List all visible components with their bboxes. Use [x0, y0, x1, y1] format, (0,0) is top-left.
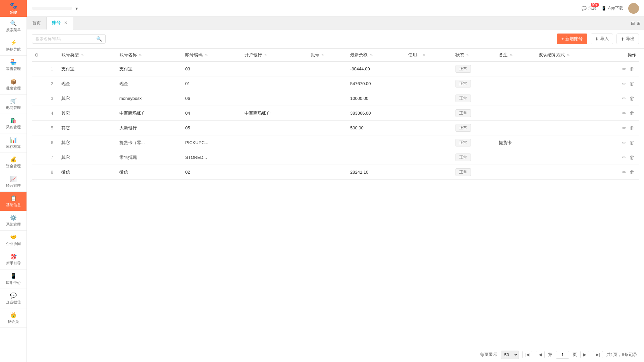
sidebar-item-quick-nav[interactable]: ⚡快捷导航 [0, 36, 26, 56]
add-account-button[interactable]: + 新增账号 [557, 34, 587, 44]
delete-button[interactable]: 🗑 [630, 155, 635, 160]
app-download-button[interactable]: 📱 App下载 [601, 5, 623, 11]
status-badge: 正常 [455, 65, 471, 73]
per-page-select[interactable]: 50 20 100 [501, 351, 519, 359]
delete-button[interactable]: 🗑 [630, 81, 635, 86]
row-notes [496, 91, 536, 106]
status-badge: 正常 [455, 95, 471, 102]
table-row: 8 微信 微信 02 28241.10 正常 ✏ 🗑 [32, 165, 639, 180]
topbar-left: ▾ [32, 6, 78, 11]
sidebar-item-operations[interactable]: 📈经营管理 [0, 172, 26, 192]
table-row: 4 其它 中百商场账户 04 中百商场账户 383866.00 正常 ✏ 🗑 [32, 106, 639, 121]
row-usage [406, 165, 453, 180]
top-search[interactable] [32, 7, 72, 10]
last-page-button[interactable]: ▶| [593, 351, 603, 358]
delete-button[interactable]: 🗑 [630, 169, 635, 175]
sidebar-item-wholesale[interactable]: 📦批发管理 [0, 75, 26, 95]
row-payment [536, 165, 612, 180]
delete-button[interactable]: 🗑 [630, 110, 635, 116]
sidebar-item-app-center[interactable]: 📱应用中心 [0, 269, 26, 289]
row-usage [406, 150, 453, 165]
edit-button[interactable]: ✏ [622, 169, 627, 175]
col-notes-header[interactable]: 备注 ⇅ [496, 49, 536, 62]
delete-button[interactable]: 🗑 [630, 140, 635, 145]
row-usage [406, 76, 453, 91]
tabbar-actions: ⊟ ⊞ [631, 20, 644, 26]
row-usage [406, 106, 453, 121]
col-payment-header[interactable]: 默认结算方式 ⇅ [536, 49, 612, 62]
sidebar-item-purchase[interactable]: 🛍️采购管理 [0, 114, 26, 133]
edit-button[interactable]: ✏ [622, 66, 627, 72]
col-code-header[interactable]: 账号编码 ⇅ [182, 49, 242, 62]
col-status-header[interactable]: 状态 ⇅ [453, 49, 496, 62]
row-payment [536, 62, 612, 76]
page-number-input[interactable] [556, 351, 569, 359]
row-actions: ✏ 🗑 [612, 165, 639, 180]
search-icon: 🔍 [96, 36, 102, 42]
sidebar-item-ecommerce[interactable]: 🛒电商管理 [0, 95, 26, 114]
status-badge: 正常 [455, 168, 471, 176]
sidebar-icon-basic-info: 📋 [10, 195, 17, 201]
topbar: ▾ 💬 消息 99+ 📱 App下载 [27, 0, 644, 17]
tab-minimize-button[interactable]: ⊟ [631, 20, 635, 26]
col-name-header[interactable]: 账号名称 ⇅ [117, 49, 183, 62]
message-icon: 💬 [582, 6, 587, 11]
sidebar-item-system[interactable]: ⚙️系统管理 [0, 211, 26, 231]
message-badge: 99+ [591, 3, 599, 7]
row-checkbox-cell [32, 150, 45, 165]
delete-button[interactable]: 🗑 [630, 96, 635, 101]
export-button[interactable]: ⬆ 导出 [616, 34, 639, 44]
edit-button[interactable]: ✏ [622, 140, 627, 146]
tab-home[interactable]: 首页 [27, 17, 47, 29]
tab-account[interactable]: 账号 ✕ [47, 17, 73, 29]
row-code: 01 [182, 76, 242, 91]
main-area: ▾ 💬 消息 99+ 📱 App下载 首页 账号 ✕ ⊟ ⊞ [27, 0, 644, 362]
row-actions: ✏ 🗑 [612, 62, 639, 76]
status-badge: 正常 [455, 80, 471, 87]
row-notes [496, 150, 536, 165]
col-settings-header[interactable]: ⚙ [32, 49, 45, 62]
delete-button[interactable]: 🗑 [630, 66, 635, 72]
row-balance: 10000.00 [347, 91, 406, 106]
user-avatar[interactable] [628, 3, 639, 14]
row-notes [496, 165, 536, 180]
sidebar-label-vip-member: 畅会员 [8, 319, 19, 324]
delete-button[interactable]: 🗑 [630, 125, 635, 131]
sidebar-item-basic-info[interactable]: 📋基础信息 [0, 192, 26, 211]
sidebar-item-newbie-guide[interactable]: 🎯新手引导 [0, 250, 26, 269]
sidebar-label-quick-nav: 快捷导航 [6, 47, 21, 52]
tab-maximize-button[interactable]: ⊞ [637, 20, 641, 26]
col-balance-header[interactable]: 最新余额 ⇅ [347, 49, 406, 62]
settings-icon[interactable]: ⚙ [35, 52, 39, 58]
sidebar-item-vip-member[interactable]: 👑畅会员 [0, 308, 26, 328]
prev-page-button[interactable]: ◀ [536, 351, 545, 358]
col-type-header[interactable]: 账号类型 ⇅ [59, 49, 117, 62]
edit-button[interactable]: ✏ [622, 155, 627, 161]
first-page-button[interactable]: |◀ [522, 351, 532, 358]
edit-button[interactable]: ✏ [622, 81, 627, 87]
sidebar-icon-retail: 🏪 [10, 59, 17, 65]
row-status: 正常 [453, 62, 496, 76]
sidebar-item-enterprise-agreement[interactable]: 🤝企业协同 [0, 231, 26, 250]
col-account-header[interactable]: 账号 ⇅ [308, 49, 347, 62]
col-usage-header[interactable]: 使用... ⇅ [406, 49, 453, 62]
sidebar-item-finance[interactable]: 💰资金管理 [0, 153, 26, 172]
sidebar-item-inventory[interactable]: 📊库存核算 [0, 133, 26, 153]
message-button[interactable]: 💬 消息 99+ [582, 5, 596, 11]
next-page-button[interactable]: ▶ [580, 351, 589, 358]
import-button[interactable]: ⬇ 导入 [591, 34, 613, 44]
col-bank-header[interactable]: 开户银行 ⇅ [242, 49, 308, 62]
search-input[interactable] [36, 37, 96, 41]
sidebar-item-enterprise-wechat[interactable]: 💬企业微信 [0, 289, 26, 308]
dropdown-button[interactable]: ▾ [75, 6, 78, 11]
col-actions-header: 操作 [612, 49, 639, 62]
edit-button[interactable]: ✏ [622, 96, 627, 102]
edit-button[interactable]: ✏ [622, 125, 627, 131]
edit-button[interactable]: ✏ [622, 110, 627, 116]
sidebar-item-search-order[interactable]: 🔍搜索菜单 [0, 17, 26, 36]
row-balance: 547670.00 [347, 76, 406, 91]
tab-account-close[interactable]: ✕ [64, 20, 67, 25]
row-index: 4 [45, 106, 59, 121]
row-name: 提货卡（零... [117, 135, 183, 150]
sidebar-item-retail[interactable]: 🏪零售管理 [0, 56, 26, 75]
